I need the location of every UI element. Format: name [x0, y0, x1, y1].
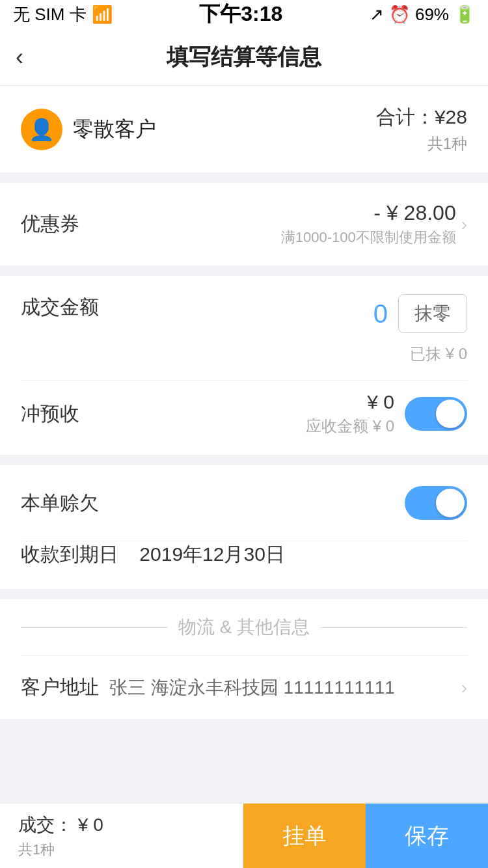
battery-percent: 69%: [415, 5, 449, 25]
avatar-icon: 👤: [29, 117, 55, 142]
debt-toggle[interactable]: [405, 486, 467, 520]
logistics-divider-right: [320, 627, 467, 628]
customer-section: 👤 零散客户 合计：¥28 共1种: [0, 86, 488, 172]
coupon-desc: 满1000-100不限制使用金额: [281, 228, 456, 247]
coupon-right: - ¥ 28.00 满1000-100不限制使用金额 ›: [281, 201, 467, 247]
logistics-divider-left: [21, 627, 168, 628]
debt-row: 本单赊欠: [0, 465, 488, 541]
transaction-row: 成交金额 0 抹零: [0, 276, 488, 344]
prereceive-amount: ¥ 0: [306, 391, 394, 413]
status-right: ↗ ⏰ 69% 🔋: [370, 5, 475, 25]
nav-bar: ‹ 填写结算等信息: [0, 29, 488, 86]
status-time: 下午3:18: [199, 0, 282, 29]
toggle-knob: [436, 400, 465, 428]
due-date-value: 2019年12月30日: [139, 543, 284, 565]
coupon-info: - ¥ 28.00 满1000-100不限制使用金额: [281, 201, 456, 247]
address-label: 客户地址: [21, 674, 99, 701]
amount-section: 成交金额 0 抹零 已抹 ¥ 0 冲预收 ¥ 0 应收金额 ¥ 0: [0, 276, 488, 455]
status-left: 无 SIM 卡 📶: [13, 3, 113, 26]
footer-info: 成交： ¥ 0 共1种: [0, 804, 243, 868]
prereceive-label: 冲预收: [21, 401, 79, 427]
due-date-label: 收款到期日: [21, 543, 118, 565]
debt-toggle-knob: [436, 489, 465, 517]
customer-avatar: 👤: [21, 109, 62, 150]
page-title: 填写结算等信息: [167, 42, 321, 72]
hold-button[interactable]: 挂单: [243, 804, 366, 868]
coupon-row[interactable]: 优惠券 - ¥ 28.00 满1000-100不限制使用金额 ›: [0, 183, 488, 265]
total-count: 共1种: [376, 133, 467, 154]
logistics-section: 物流 & 其他信息 客户地址 张三 海淀永丰科技园 11111111111 ›: [0, 599, 488, 719]
customer-left: 👤 零散客户: [21, 109, 156, 150]
logistics-header: 物流 & 其他信息: [0, 599, 488, 655]
customer-name: 零散客户: [73, 115, 156, 144]
battery-icon: 🔋: [454, 5, 475, 25]
prereceive-right: ¥ 0 应收金额 ¥ 0: [306, 391, 467, 437]
debt-section: 本单赊欠 收款到期日 2019年12月30日: [0, 465, 488, 589]
main-content: 👤 零散客户 合计：¥28 共1种 优惠券 - ¥ 28.00 满1000-10…: [0, 86, 488, 868]
address-row[interactable]: 客户地址 张三 海淀永丰科技园 11111111111 ›: [0, 656, 488, 719]
transaction-value: 0: [373, 301, 388, 327]
wifi-icon: 📶: [92, 5, 113, 25]
debt-label: 本单赊欠: [21, 490, 99, 517]
footer-deal: 成交： ¥ 0: [18, 813, 225, 837]
location-icon: ↗: [370, 5, 384, 25]
alarm-icon: ⏰: [389, 5, 410, 25]
sim-status: 无 SIM 卡: [13, 3, 87, 26]
coupon-section[interactable]: 优惠券 - ¥ 28.00 满1000-100不限制使用金额 ›: [0, 183, 488, 265]
customer-right: 合计：¥28 共1种: [376, 104, 467, 154]
prereceive-desc: 应收金额 ¥ 0: [306, 416, 394, 437]
logistics-title: 物流 & 其他信息: [178, 615, 310, 640]
prereceive-row: 冲预收 ¥ 0 应收金额 ¥ 0: [0, 381, 488, 455]
due-date-row: 收款到期日 2019年12月30日: [0, 541, 488, 589]
status-bar: 无 SIM 卡 📶 下午3:18 ↗ ⏰ 69% 🔋: [0, 0, 488, 29]
coupon-discount: - ¥ 28.00: [281, 201, 456, 225]
prereceive-info: ¥ 0 应收金额 ¥ 0: [306, 391, 394, 437]
coupon-chevron-icon: ›: [461, 214, 467, 235]
address-value: 张三 海淀永丰科技园 11111111111: [99, 675, 461, 700]
back-button[interactable]: ‹: [16, 44, 23, 71]
prereceive-toggle[interactable]: [405, 397, 467, 431]
save-button[interactable]: 保存: [366, 804, 488, 868]
address-chevron-icon: ›: [461, 677, 467, 698]
total-amount: 合计：¥28: [376, 104, 467, 131]
transaction-sub: 已抹 ¥ 0: [0, 344, 488, 380]
customer-row: 👤 零散客户 合计：¥28 共1种: [0, 86, 488, 172]
coupon-label: 优惠券: [21, 211, 79, 237]
footer-bar: 成交： ¥ 0 共1种 挂单 保存: [0, 803, 488, 868]
round-button[interactable]: 抹零: [398, 294, 467, 333]
footer-count: 共1种: [18, 840, 225, 860]
transaction-label: 成交金额: [21, 294, 99, 321]
amount-right: 0 抹零: [373, 294, 467, 333]
